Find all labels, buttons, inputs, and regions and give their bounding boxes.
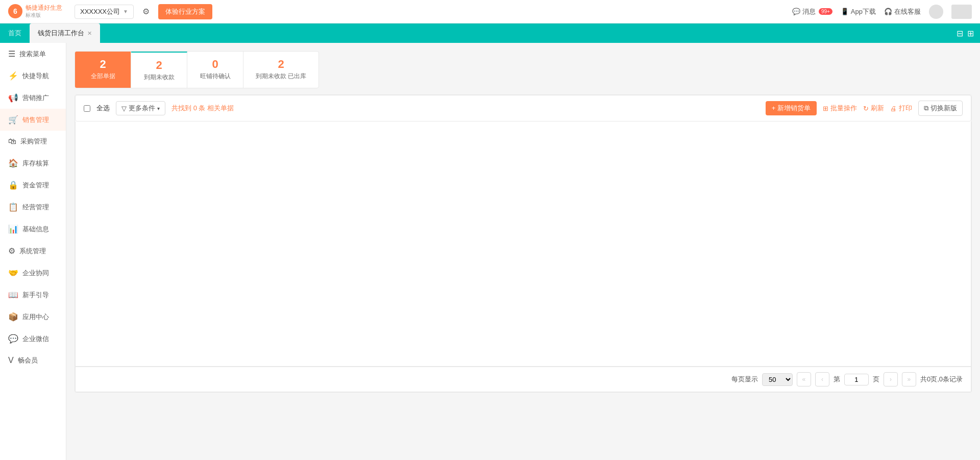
user-name-area[interactable] bbox=[951, 5, 972, 19]
stats-tab-shipped[interactable]: 2 到期未收款 已出库 bbox=[243, 52, 318, 88]
sales-icon: 🛒 bbox=[8, 115, 18, 125]
sidebar-item-sales[interactable]: 🛒 销售管理 bbox=[0, 109, 66, 131]
page-input[interactable] bbox=[844, 374, 869, 385]
tab-workspace[interactable]: 钱货日清工作台 ✕ bbox=[30, 23, 100, 43]
tab-expand-button[interactable]: ⊞ bbox=[967, 29, 974, 38]
stats-tab-pending[interactable]: 0 旺铺待确认 bbox=[187, 52, 243, 88]
filter-button[interactable]: ▽ 更多条件 ▾ bbox=[116, 101, 165, 115]
filter-icon: ▽ bbox=[121, 105, 127, 112]
toolbar: 全选 ▽ 更多条件 ▾ 共找到 0 条 相关单据 + 新增销货单 ⊞ 批量操作 bbox=[75, 95, 971, 122]
sidebar-item-guide[interactable]: 📖 新手引导 bbox=[0, 284, 66, 306]
main-content: 2 全部单据 2 到期未收款 0 旺铺待确认 2 到期未收款 已出库 全选 ▽ … bbox=[66, 43, 980, 460]
found-number: 0 bbox=[193, 104, 197, 112]
filter-label: 更多条件 bbox=[129, 104, 155, 113]
wechat-icon: 💬 bbox=[8, 334, 18, 344]
per-page-label: 每页显示 bbox=[731, 375, 758, 384]
guide-icon: 📖 bbox=[8, 290, 18, 300]
select-all-checkbox[interactable] bbox=[84, 105, 90, 112]
batch-operation-button[interactable]: ⊞ 批量操作 bbox=[823, 104, 857, 113]
prev-page-button[interactable]: ‹ bbox=[815, 372, 829, 386]
pagination: 每页显示 50 10 20 100 « ‹ 第 页 › » 共0页,0条记录 bbox=[75, 367, 971, 392]
headset-icon: 🎧 bbox=[884, 8, 892, 15]
refresh-icon: ↻ bbox=[863, 105, 869, 112]
sidebar-item-quick-nav[interactable]: ⚡ 快捷导航 bbox=[0, 65, 66, 87]
nav-tabs: 首页 钱货日清工作台 ✕ ⊟ ⊞ bbox=[0, 23, 980, 43]
first-page-button[interactable]: « bbox=[797, 372, 811, 386]
stats-tab-overdue-label: 到期未收款 bbox=[143, 73, 175, 82]
stats-tab-pending-label: 旺铺待确认 bbox=[200, 72, 231, 81]
sidebar-item-marketing[interactable]: 📢 营销推广 bbox=[0, 87, 66, 109]
print-icon: 🖨 bbox=[890, 105, 897, 112]
sidebar-item-system[interactable]: ⚙ 系统管理 bbox=[0, 240, 66, 262]
nav-tabs-right: ⊟ ⊞ bbox=[957, 29, 980, 38]
app-download-button[interactable]: 📱 App下载 bbox=[841, 7, 876, 16]
logo-icon: 6 bbox=[8, 4, 22, 18]
found-count-text: 共找到 0 条 相关单据 bbox=[172, 104, 234, 113]
enterprise-icon: 🤝 bbox=[8, 268, 18, 278]
select-all-label: 全选 bbox=[96, 104, 110, 113]
sidebar-item-app-center[interactable]: 📦 应用中心 bbox=[0, 306, 66, 328]
add-sales-order-button[interactable]: + 新增销货单 bbox=[766, 101, 817, 115]
stats-tab-shipped-label: 到期未收款 已出库 bbox=[256, 72, 306, 81]
logo-title: 畅捷通好生意 bbox=[26, 4, 62, 11]
tab-close-icon[interactable]: ✕ bbox=[87, 30, 92, 37]
phone-icon: 📱 bbox=[841, 8, 849, 15]
next-page-button[interactable]: › bbox=[884, 372, 898, 386]
sidebar-item-operations[interactable]: 📋 经营管理 bbox=[0, 196, 66, 218]
finance-icon: 🔒 bbox=[8, 180, 18, 190]
sidebar-item-basic-info[interactable]: 📊 基础信息 bbox=[0, 218, 66, 240]
print-label: 打印 bbox=[899, 104, 912, 113]
experience-button[interactable]: 体验行业方案 bbox=[158, 4, 212, 19]
logo-area: 6 畅捷通好生意 标准版 bbox=[8, 4, 75, 18]
header-right: 💬 消息 99+ 📱 App下载 🎧 在线客服 bbox=[792, 5, 972, 19]
batch-icon: ⊞ bbox=[823, 105, 828, 112]
settings-icon: ⚙ bbox=[142, 7, 150, 16]
switch-icon: ⧉ bbox=[924, 104, 928, 112]
message-label: 消息 bbox=[802, 7, 816, 16]
sidebar-item-wechat[interactable]: 💬 企业微信 bbox=[0, 328, 66, 350]
sidebar-item-enterprise[interactable]: 🤝 企业协同 bbox=[0, 262, 66, 284]
table-area bbox=[75, 122, 971, 367]
logo-sub: 标准版 bbox=[26, 12, 62, 19]
stats-tab-overdue[interactable]: 2 到期未收款 bbox=[131, 52, 187, 88]
filter-dropdown-icon: ▾ bbox=[157, 106, 160, 111]
message-badge: 99+ bbox=[819, 8, 832, 15]
quick-nav-icon: ⚡ bbox=[8, 71, 18, 81]
top-header: 6 畅捷通好生意 标准版 XXXXXX公司 ▼ ⚙ 体验行业方案 💬 消息 99… bbox=[0, 0, 980, 23]
sidebar-item-inventory[interactable]: 🏠 库存核算 bbox=[0, 152, 66, 174]
sidebar-item-purchase[interactable]: 🛍 采购管理 bbox=[0, 131, 66, 152]
stats-tab-pending-count: 0 bbox=[200, 58, 231, 71]
switch-version-button[interactable]: ⧉ 切换新版 bbox=[918, 101, 963, 116]
online-service-button[interactable]: 🎧 在线客服 bbox=[884, 7, 921, 16]
message-icon: 💬 bbox=[792, 8, 800, 15]
sidebar: ☰ 搜索菜单 ⚡ 快捷导航 📢 营销推广 🛒 销售管理 🛍 采购管理 🏠 库存核… bbox=[0, 43, 66, 460]
content-wrapper: 全选 ▽ 更多条件 ▾ 共找到 0 条 相关单据 + 新增销货单 ⊞ 批量操作 bbox=[75, 94, 972, 393]
system-icon: ⚙ bbox=[8, 246, 15, 256]
company-name: XXXXXX公司 bbox=[80, 7, 120, 16]
stats-tab-all[interactable]: 2 全部单据 bbox=[75, 52, 131, 88]
search-menu-icon: ☰ bbox=[8, 49, 15, 59]
member-icon: V bbox=[8, 356, 14, 365]
user-avatar[interactable] bbox=[929, 5, 943, 19]
settings-button[interactable]: ⚙ bbox=[138, 4, 154, 20]
refresh-label: 刷新 bbox=[871, 104, 884, 113]
company-dropdown-arrow: ▼ bbox=[123, 9, 128, 14]
company-selector[interactable]: XXXXXX公司 ▼ bbox=[75, 5, 134, 19]
basic-info-icon: 📊 bbox=[8, 224, 18, 234]
last-page-button[interactable]: » bbox=[902, 372, 916, 386]
print-button[interactable]: 🖨 打印 bbox=[890, 104, 912, 113]
sidebar-item-member[interactable]: V 畅会员 bbox=[0, 350, 66, 371]
per-page-select[interactable]: 50 10 20 100 bbox=[762, 373, 793, 386]
online-service-label: 在线客服 bbox=[894, 7, 921, 16]
tab-minimize-button[interactable]: ⊟ bbox=[957, 29, 963, 38]
tab-home[interactable]: 首页 bbox=[0, 23, 30, 43]
message-button[interactable]: 💬 消息 99+ bbox=[792, 7, 832, 16]
sidebar-item-finance[interactable]: 🔒 资金管理 bbox=[0, 174, 66, 196]
sidebar-item-search[interactable]: ☰ 搜索菜单 bbox=[0, 43, 66, 65]
operations-icon: 📋 bbox=[8, 202, 18, 212]
marketing-icon: 📢 bbox=[8, 93, 18, 103]
app-center-icon: 📦 bbox=[8, 312, 18, 322]
total-records: 共0页,0条记录 bbox=[920, 375, 963, 384]
refresh-button[interactable]: ↻ 刷新 bbox=[863, 104, 884, 113]
stats-tabs: 2 全部单据 2 到期未收款 0 旺铺待确认 2 到期未收款 已出库 bbox=[75, 51, 319, 88]
